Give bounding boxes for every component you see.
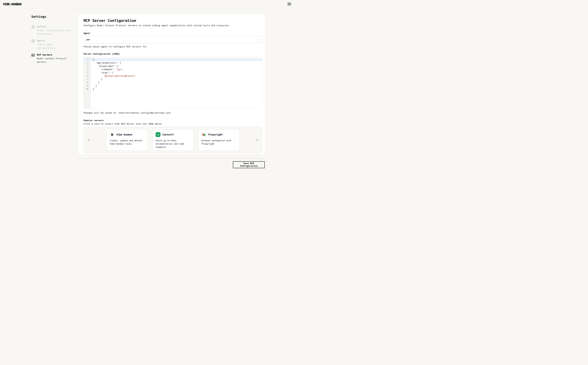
server-card-vibe-kanban[interactable]: Vibe Kanban Create, update and delete Vi…: [107, 129, 148, 151]
code-line[interactable]: 4 "command": "npx",: [84, 68, 262, 71]
sidebar-item-description: Coding agent configurations: [37, 43, 73, 50]
line-number: 7: [87, 77, 88, 81]
sidebar-item-general[interactable]: General Theme, notifications, and prefer…: [31, 25, 73, 36]
code-line-content: ]: [91, 77, 102, 81]
line-number: 2: [87, 61, 88, 64]
line-number: 5: [87, 71, 88, 74]
server-icon: [31, 53, 35, 57]
carousel-next-button[interactable]: [254, 137, 260, 143]
server-card-playwright[interactable]: Playwright Browser automation with Playw…: [198, 129, 239, 151]
code-line-content: "command": "npx",: [91, 68, 124, 71]
footer-divider: [79, 158, 265, 159]
line-number: 1: [87, 58, 88, 61]
fold-chevron-icon[interactable]: [88, 65, 90, 67]
sidebar-item-label: General: [37, 25, 73, 28]
code-line[interactable]: 8 }: [84, 81, 262, 84]
code-line-content: }: [91, 81, 100, 84]
settings-title: Settings: [31, 15, 73, 18]
line-number: 10: [86, 87, 88, 91]
saved-to-label: Changes will be saved to:: [83, 112, 117, 114]
gear-icon: [31, 25, 35, 29]
server-card-description: Create, update and delete Vibe Kanban ta…: [110, 139, 144, 146]
agent-select[interactable]: AMP: [83, 36, 262, 43]
code-line[interactable]: 3 "playwright": {: [84, 64, 262, 68]
line-number: 9: [87, 84, 88, 87]
code-line[interactable]: 5 "args": [: [84, 71, 262, 74]
sidebar-item-mcp-servers[interactable]: MCP Servers Model Context Protocol serve…: [31, 53, 73, 64]
chevron-down-icon: [257, 38, 260, 42]
code-line[interactable]: 10 }: [84, 87, 262, 91]
vibe-kanban-icon: [110, 132, 115, 137]
code-line[interactable]: 7 ]: [84, 77, 262, 81]
app-header: VIBE-KANBAN: [0, 0, 294, 8]
sidebar-item-agents[interactable]: Agents Coding agent configurations: [31, 39, 73, 50]
agent-label: Agent: [83, 32, 262, 35]
sidebar-item-label: MCP Servers: [37, 53, 73, 57]
popular-servers-carousel: Vibe Kanban Create, update and delete Vi…: [83, 127, 262, 153]
code-line-content: {: [91, 58, 94, 61]
page-description: Configure Model Context Protocol servers…: [83, 24, 262, 27]
hamburger-menu-icon[interactable]: [287, 2, 291, 6]
saved-to-path: /Users/britannio/.config/amp/settings.js…: [118, 112, 171, 114]
line-number: 6: [87, 74, 88, 77]
code-line-content: "playwright": {: [91, 64, 118, 68]
server-card-description: Fetch up-to-date documentation and code …: [155, 139, 190, 149]
page-title: MCP Server Configuration: [83, 18, 262, 23]
code-line[interactable]: 2 "amp.mcpServers": {: [84, 61, 262, 64]
code-line-content: "amp.mcpServers": {: [91, 61, 121, 64]
sidebar-item-label: Agents: [37, 39, 73, 42]
popular-servers-subtitle: Click a card to insert that MCP Server i…: [83, 123, 262, 125]
arrow-left-icon: [88, 138, 91, 142]
code-line-content: }: [91, 87, 94, 91]
popular-servers-title: Popular servers: [83, 119, 262, 122]
sidebar-item-description: Model Context Protocol servers: [37, 57, 73, 64]
json-config-editor[interactable]: 1 { 2 "amp.mcpServers": { 3 "playwright"…: [83, 57, 262, 109]
line-number: 3: [87, 64, 88, 68]
server-card-title: Playwright: [208, 133, 223, 136]
settings-sidebar: Settings General Theme, notifications, a…: [31, 15, 73, 67]
code-line[interactable]: 6 "@playwright/mcp@latest": [84, 74, 262, 77]
arrow-right-icon: [255, 138, 258, 142]
server-card-description: Browser automation with Playwright: [202, 139, 236, 146]
server-card-context7[interactable]: {7} Context7 Fetch up-to-date documentat…: [153, 129, 194, 151]
agent-help-text: Choose which agent to configure MCP serv…: [83, 45, 262, 48]
app-logo[interactable]: VIBE-KANBAN: [3, 2, 21, 6]
code-line-content: "args": [: [91, 71, 113, 74]
save-mcp-configuration-button[interactable]: Save MCP Configuration: [233, 161, 265, 168]
carousel-prev-button[interactable]: [86, 137, 92, 143]
playwright-icon: [202, 132, 206, 137]
context7-icon: {7}: [155, 132, 160, 137]
server-card-title: Vibe Kanban: [116, 133, 132, 136]
line-number: 8: [87, 81, 88, 84]
fold-chevron-icon[interactable]: [88, 62, 90, 63]
saved-to-line: Changes will be saved to: /Users/britann…: [83, 112, 262, 114]
code-line-content: }: [91, 84, 97, 87]
fold-chevron-icon[interactable]: [88, 59, 90, 60]
mcp-config-panel: MCP Server Configuration Configure Model…: [79, 14, 265, 154]
code-line[interactable]: 9 }: [84, 84, 262, 87]
server-card-title: Context7: [162, 133, 174, 136]
cpu-icon: [31, 39, 35, 43]
fold-chevron-icon[interactable]: [88, 72, 90, 73]
line-number: 4: [87, 68, 88, 71]
json-editor-label: Server Configuration (JSON): [83, 53, 262, 55]
sidebar-item-description: Theme, notifications, and preferences: [37, 29, 73, 36]
code-line-content: "@playwright/mcp@latest": [91, 74, 136, 77]
code-line[interactable]: 1 {: [84, 58, 262, 61]
agent-select-value: AMP: [86, 39, 90, 41]
